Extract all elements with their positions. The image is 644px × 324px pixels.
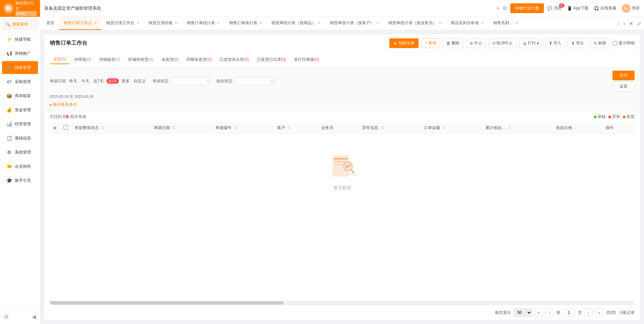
sidebar-item-purchase[interactable]: 🏷 采购管理 bbox=[2, 75, 38, 88]
header-dropdown-icon[interactable]: ▾ bbox=[497, 6, 499, 11]
tab-maximize-btn[interactable]: ⤢ bbox=[636, 19, 643, 28]
date-yesterday[interactable]: 昨天 bbox=[68, 78, 79, 85]
tab-close-icon[interactable]: ✕ bbox=[481, 21, 484, 25]
export-button[interactable]: ⬇ 导出 bbox=[568, 38, 588, 48]
filter-tab-pending-check[interactable]: 待拣验货(0) bbox=[96, 55, 124, 64]
date-7days[interactable]: 近7天 bbox=[92, 78, 105, 85]
filter-tab-not-shipped[interactable]: 未发货(0) bbox=[158, 55, 182, 64]
expand-conditions-button[interactable]: ▾ 展开更多条件 bbox=[50, 102, 77, 108]
tab-next-btn[interactable]: › bbox=[622, 19, 627, 28]
date-custom[interactable]: 自定义 bbox=[132, 78, 147, 85]
app-item[interactable]: 📱 App下载 bbox=[567, 5, 589, 11]
tab-sales-exec[interactable]: 销售订单执行表 ✕ bbox=[224, 17, 267, 30]
page-input[interactable] bbox=[563, 309, 575, 316]
next-page-btn[interactable]: › bbox=[585, 309, 593, 317]
receipt-select[interactable] bbox=[234, 77, 275, 85]
tab-home[interactable]: 首页 bbox=[42, 17, 59, 30]
detail-toggle-checkbox[interactable] bbox=[613, 41, 617, 45]
sidebar-item-enterprise[interactable]: 🤝 企业协同 bbox=[2, 160, 38, 173]
service-item[interactable]: 🎧 在线客服 bbox=[594, 5, 616, 11]
select-all-checkbox[interactable] bbox=[63, 125, 68, 130]
print-button[interactable]: 🖨 打印 ▾ bbox=[519, 38, 543, 48]
deliver-meta-btn[interactable]: 发货 bbox=[623, 114, 635, 120]
empty-icon bbox=[326, 147, 359, 181]
stop-button[interactable]: ⊘ 中止 bbox=[466, 38, 486, 48]
tab-sales-stat[interactable]: 销售订单统计表 ✕ bbox=[182, 17, 224, 30]
user-item[interactable]: Ea 用友 bbox=[622, 4, 640, 13]
filter-tab-shipped-in[interactable]: 已发货已出库(0) bbox=[254, 55, 290, 64]
sidebar-item-basic[interactable]: 📋 基础信息 bbox=[2, 132, 38, 145]
sidebar-item-system[interactable]: ⚙ 系统管理 bbox=[2, 146, 38, 159]
tab-sales-stat4[interactable]: 销货单统计表（按业务员） ✕ bbox=[384, 17, 446, 30]
tab-close-icon[interactable]: ✕ bbox=[94, 21, 97, 25]
cancel-meta-btn[interactable]: 弃审 bbox=[608, 114, 620, 120]
tab-margin-stat[interactable]: 商品毛利分析表 ✕ bbox=[446, 17, 488, 30]
filter-tab-shipped-not-in[interactable]: 已发货未出库(0) bbox=[216, 55, 252, 64]
tab-close-icon[interactable]: ✕ bbox=[217, 21, 220, 25]
scrollbar-area[interactable] bbox=[50, 301, 635, 305]
query-button[interactable]: 查询 bbox=[612, 71, 635, 80]
industry-btn[interactable]: 体验行业方案 bbox=[510, 3, 544, 13]
tab-close-icon[interactable]: ✕ bbox=[439, 21, 441, 25]
sidebar-item-inventory[interactable]: 📦 库存核算 bbox=[2, 89, 38, 102]
table-meta-actions: 审核 弃审 发货 bbox=[594, 114, 635, 120]
tab-close-icon[interactable]: ✕ bbox=[376, 21, 379, 25]
tab-close-icon[interactable]: ✕ bbox=[515, 21, 518, 25]
tab-sales-stat3[interactable]: 销货单统计表（按客户） ✕ bbox=[325, 17, 384, 30]
import-button[interactable]: ⬆ 导入 bbox=[545, 38, 565, 48]
scrollbar-thumb[interactable] bbox=[50, 301, 284, 305]
date-more[interactable]: 更多 bbox=[120, 78, 131, 85]
inventory-icon: 📦 bbox=[6, 93, 12, 99]
audit-meta-btn[interactable]: 审核 bbox=[594, 114, 606, 120]
header-settings-icon[interactable]: ⚙ bbox=[502, 5, 507, 11]
add-button[interactable]: + 新增 bbox=[421, 38, 440, 48]
first-page-btn[interactable]: « bbox=[535, 309, 543, 317]
sidebar-item-sales[interactable]: 🛒 销售管理 bbox=[2, 61, 38, 74]
column-settings-icon[interactable]: ⚙ bbox=[53, 126, 57, 130]
sidebar-item-newbie[interactable]: 🎓 新手引导 bbox=[2, 174, 38, 187]
sidebar-item-marketing[interactable]: 📢 营销推广 bbox=[2, 47, 38, 60]
sidebar-item-finance[interactable]: 💰 资金管理 bbox=[2, 104, 38, 116]
finance-icon: 💰 bbox=[6, 107, 12, 113]
tab-close-icon[interactable]: ✕ bbox=[175, 21, 177, 25]
collapse-sidebar-icon[interactable]: ◀ bbox=[31, 312, 37, 321]
tab-sales-profit[interactable]: 销售毛利… ✕ bbox=[488, 17, 523, 30]
sidebar-item-label: 经营管理 bbox=[15, 121, 31, 127]
tab-sales-stat2[interactable]: 销货单统计表（按商品） ✕ bbox=[267, 17, 325, 30]
tab-sales-workbench[interactable]: 销售订单工作台 ✕ bbox=[59, 17, 101, 30]
expand-icon: ▾ bbox=[50, 103, 52, 107]
settings-bottom-icon[interactable]: ⚙ bbox=[3, 312, 10, 321]
per-page-select[interactable]: 20 50 100 bbox=[514, 309, 532, 317]
refresh-button[interactable]: ↻ 刷新 bbox=[590, 38, 610, 48]
filter-tab-not-printed[interactable]: 未打印单据(0) bbox=[291, 55, 323, 64]
date-today[interactable]: 今天 bbox=[80, 78, 91, 85]
tab-cash-ledger[interactable]: 钱货日清对账 ✕ bbox=[144, 17, 182, 30]
cancel-stop-button[interactable]: ↺ 取消中止 bbox=[488, 38, 516, 48]
search-area: 单据日期 昨天 今天 近7天 近1月 更多 自定义 单据状态 bbox=[44, 67, 640, 111]
filter-tab-all[interactable]: 全部(0) bbox=[50, 55, 70, 64]
filter-tab-pending-review[interactable]: 待审核(0) bbox=[71, 55, 95, 64]
tab-close-icon[interactable]: ✕ bbox=[136, 21, 139, 25]
filter-tab-expired[interactable]: 到期未发货(0) bbox=[183, 55, 215, 64]
prev-page-btn[interactable]: ‹ bbox=[546, 309, 554, 317]
date-1month[interactable]: 近1月 bbox=[106, 78, 119, 84]
set-button[interactable]: 设置 bbox=[612, 82, 635, 91]
tab-cash-daily[interactable]: 钱货日清工作台 ✕ bbox=[101, 17, 144, 30]
tab-prev-btn[interactable]: ‹ bbox=[617, 19, 621, 28]
status-select-wrapper bbox=[171, 77, 211, 85]
smart-create-button[interactable]: ★ 智能生单 bbox=[389, 38, 419, 48]
filter-tab-wangpu[interactable]: 旺铺待发货(0) bbox=[125, 55, 157, 64]
tab-sales-stat4-label: 销货单统计表（按业务员） bbox=[388, 20, 437, 26]
sidebar-item-quick-nav[interactable]: ⚡ 快捷导航 bbox=[2, 33, 38, 46]
last-page-btn[interactable]: » bbox=[595, 309, 603, 317]
tab-close-btn[interactable]: ✕ bbox=[628, 19, 635, 28]
search-menu-button[interactable]: 🔍 搜索菜单 bbox=[3, 19, 37, 29]
delete-button[interactable]: 🗑 删除 bbox=[443, 38, 463, 48]
status-select[interactable] bbox=[171, 77, 211, 85]
sidebar-item-operation[interactable]: 📊 经营管理 bbox=[2, 118, 38, 130]
detail-toggle-label[interactable]: 显示明细 bbox=[613, 40, 635, 46]
tab-close-icon[interactable]: ✕ bbox=[318, 21, 320, 25]
tab-close-icon[interactable]: ✕ bbox=[259, 21, 262, 25]
receipt-label: 收款状态 bbox=[216, 78, 232, 84]
message-item[interactable]: 💬 消息 6 bbox=[547, 5, 562, 11]
